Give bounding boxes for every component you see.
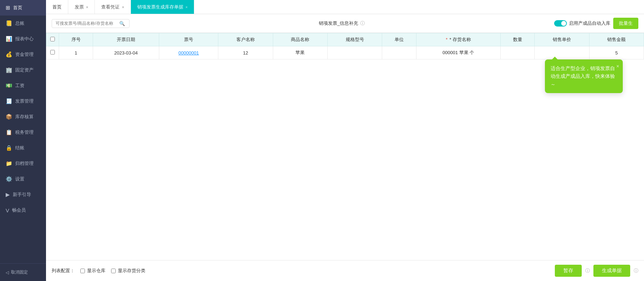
save-button[interactable]: 暂存 [555,265,582,277]
main-area: 首页 发票 × 查看凭证 × 销项发票生成库存单据 × 🔍 销项发票_信息补充 … [46,0,644,281]
sidebar-item-invoice[interactable]: 🧾 发票管理 [0,93,46,109]
col-seq: 序号 [59,33,93,46]
tax-icon: 📋 [6,129,12,136]
tab-home[interactable]: 首页 [46,0,68,14]
show-warehouse-checkbox[interactable] [80,269,85,273]
home-icon: ⊞ [6,5,10,11]
sidebar-item-ledger[interactable]: 📒 总账 [0,16,46,31]
sidebar-item-capital[interactable]: 💰 资金管理 [0,47,46,62]
settings-icon: ⚙️ [6,176,12,182]
auto-warehouse-toggle[interactable] [554,20,567,27]
ledger-icon: 📒 [6,20,12,27]
show-category-label: 显示存货分类 [118,268,145,274]
toolbar-center: 销项发票_信息补充 ⓘ [133,20,551,27]
row-spec [328,46,382,59]
batch-button[interactable]: 批量生 [613,18,638,29]
row-amount: 5 [589,46,644,59]
sidebar-item-inventory[interactable]: 📦 库存核算 [0,109,46,125]
table-header-row: 序号 开票日期 票号 客户名称 商品名称 规格型号 单位 * * 存货名称 数量… [46,33,644,46]
show-category-checkbox[interactable] [111,269,116,273]
sidebar-item-closing[interactable]: 🔒 结账 [0,140,46,156]
col-customer: 客户名称 [218,33,273,46]
col-price: 销售单价 [535,33,589,46]
capital-icon: 💰 [6,51,12,58]
list-config-label: 列表配置： [52,268,75,274]
col-goods: 商品名称 [273,33,327,46]
select-all-checkbox[interactable] [50,37,55,41]
toolbar: 🔍 销项发票_信息补充 ⓘ 启用产成品自动入库 批量生 [46,14,644,33]
sidebar-item-tax[interactable]: 📋 税务管理 [0,125,46,140]
col-stock: * * 存货名称 [416,33,500,46]
header-title: 销项发票_信息补充 [319,20,358,27]
bottom-bar: 列表配置： 显示仓库 显示存货分类 暂存 ⓘ 生成单据 ⓘ [46,260,644,281]
tooltip-text: 适合生产型企业，销项发票自动生成产成品入库，快来体验～ [551,65,615,87]
col-spec: 规格型号 [328,33,382,46]
payroll-icon: 💵 [6,82,12,89]
guide-icon: ▶ [6,191,10,198]
row-date: 2023-03-04 [93,46,159,59]
row-select-checkbox[interactable] [50,50,55,55]
data-table: 序号 开票日期 票号 客户名称 商品名称 规格型号 单位 * * 存货名称 数量… [46,33,644,59]
tab-invoice[interactable]: 发票 × [68,0,95,14]
tab-stock-form-close[interactable]: × [185,5,188,9]
generate-help-icon[interactable]: ⓘ [634,268,638,274]
show-category-check[interactable]: 显示存货分类 [111,268,145,274]
sidebar: ⊞ 首页 📒 总账 📊 报表中心 💰 资金管理 🏢 固定资产 💵 工资 🧾 发票… [0,0,46,281]
closing-icon: 🔒 [6,145,12,151]
col-amount: 销售金额 [589,33,644,46]
sidebar-item-guide[interactable]: ▶ 新手引导 [0,187,46,202]
sidebar-item-settings[interactable]: ⚙️ 设置 [0,171,46,187]
row-price[interactable] [535,46,589,59]
bottom-actions: 暂存 ⓘ 生成单据 ⓘ [555,265,638,277]
col-unit: 单位 [382,33,416,46]
sidebar-item-member[interactable]: V 畅会员 [0,202,46,218]
toggle-wrap: 启用产成品自动入库 [554,20,610,27]
report-icon: 📊 [6,36,12,42]
tab-stock-form[interactable]: 销项发票生成库存单据 × [131,0,194,14]
tab-voucher[interactable]: 查看凭证 × [95,0,131,14]
row-seq: 1 [59,46,93,59]
tab-bar: 首页 发票 × 查看凭证 × 销项发票生成库存单据 × [46,0,644,14]
tab-invoice-close[interactable]: × [86,5,88,9]
generate-button[interactable]: 生成单据 [593,265,630,277]
search-icon: 🔍 [119,21,125,26]
tooltip-box: × 适合生产型企业，销项发票自动生成产成品入库，快来体验～ [545,59,623,93]
col-number: 票号 [159,33,218,46]
sidebar-item-payroll[interactable]: 💵 工资 [0,78,46,93]
col-qty: 数量 [501,33,535,46]
tooltip-close-button[interactable]: × [616,62,619,70]
sidebar-item-home[interactable]: ⊞ 首页 [0,0,46,16]
sidebar-item-assets[interactable]: 🏢 固定资产 [0,62,46,78]
row-number[interactable]: 00000001 [159,46,218,59]
pin-icon: ◁ [6,270,9,275]
save-help-icon[interactable]: ⓘ [585,268,590,274]
row-customer: 12 [218,46,273,59]
row-stock[interactable]: 000001 苹果 个 [416,46,500,59]
toggle-label: 启用产成品自动入库 [569,20,610,27]
sidebar-item-report[interactable]: 📊 报表中心 [0,31,46,47]
row-qty[interactable] [501,46,535,59]
pin-button[interactable]: ◁ 取消固定 [0,266,46,278]
member-icon: V [6,207,9,213]
show-warehouse-check[interactable]: 显示仓库 [80,268,105,274]
sidebar-item-archive[interactable]: 📁 归档管理 [0,156,46,171]
search-input[interactable] [56,21,119,26]
row-checkbox[interactable] [46,46,59,59]
archive-icon: 📁 [6,160,12,167]
show-warehouse-label: 显示仓库 [87,268,105,274]
toolbar-right: 启用产成品自动入库 批量生 [554,18,638,29]
page-content: 🔍 销项发票_信息补充 ⓘ 启用产成品自动入库 批量生 [46,14,644,281]
assets-icon: 🏢 [6,67,12,73]
col-date: 开票日期 [93,33,159,46]
col-checkbox[interactable] [46,33,59,46]
inventory-icon: 📦 [6,114,12,120]
sidebar-bottom: ◁ 取消固定 [0,263,46,281]
tab-voucher-close[interactable]: × [122,5,124,9]
invoice-icon: 🧾 [6,98,12,104]
row-unit [382,46,416,59]
help-icon[interactable]: ⓘ [360,20,365,27]
search-box[interactable]: 🔍 [52,19,130,28]
row-goods: 苹果 [273,46,327,59]
